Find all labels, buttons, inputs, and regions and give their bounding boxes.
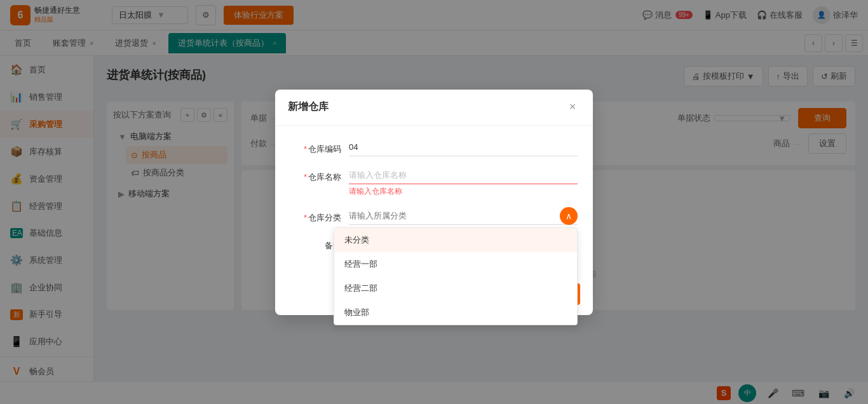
name-input[interactable]	[349, 166, 578, 184]
dept1-label: 经营一部	[344, 259, 377, 269]
modal-close-button[interactable]: ×	[565, 100, 580, 115]
dropdown-item-uncategorized[interactable]: 未分类	[334, 228, 577, 252]
form-row-name: 仓库名称 请输入仓库名称	[290, 166, 578, 197]
form-row-code: 仓库编码	[290, 138, 578, 156]
dropdown-item-property[interactable]: 物业部	[334, 300, 577, 325]
dropdown-item-dept2[interactable]: 经营二部	[334, 276, 577, 300]
code-input[interactable]	[349, 138, 578, 156]
property-label: 物业部	[344, 307, 369, 317]
select-arrow-icon[interactable]: ∧	[560, 207, 578, 225]
name-label: 仓库名称	[290, 166, 341, 183]
category-label: 仓库分类	[290, 207, 341, 224]
code-label: 仓库编码	[290, 138, 341, 155]
category-dropdown: 未分类 经营一部 经营二部 物业部	[334, 227, 578, 325]
code-control	[349, 138, 578, 156]
name-error-msg: 请输入仓库名称	[349, 186, 578, 197]
name-control: 请输入仓库名称	[349, 166, 578, 197]
dept2-label: 经营二部	[344, 283, 377, 293]
modal-overlay[interactable]: 新增仓库 × 仓库编码 仓库名称 请输入仓库名称 仓库分类	[0, 0, 868, 404]
category-input[interactable]	[349, 207, 578, 225]
new-warehouse-modal: 新增仓库 × 仓库编码 仓库名称 请输入仓库名称 仓库分类	[275, 90, 593, 315]
modal-header: 新增仓库 ×	[275, 90, 593, 126]
modal-body: 仓库编码 仓库名称 请输入仓库名称 仓库分类 ∧	[275, 126, 593, 276]
modal-title: 新增仓库	[288, 100, 329, 114]
dropdown-item-dept1[interactable]: 经营一部	[334, 252, 577, 276]
uncategorized-label: 未分类	[344, 235, 369, 245]
form-row-category: 仓库分类 ∧ 未分类 经营一部 经营二部	[290, 207, 578, 225]
category-control: ∧ 未分类 经营一部 经营二部 物业部	[349, 207, 578, 225]
